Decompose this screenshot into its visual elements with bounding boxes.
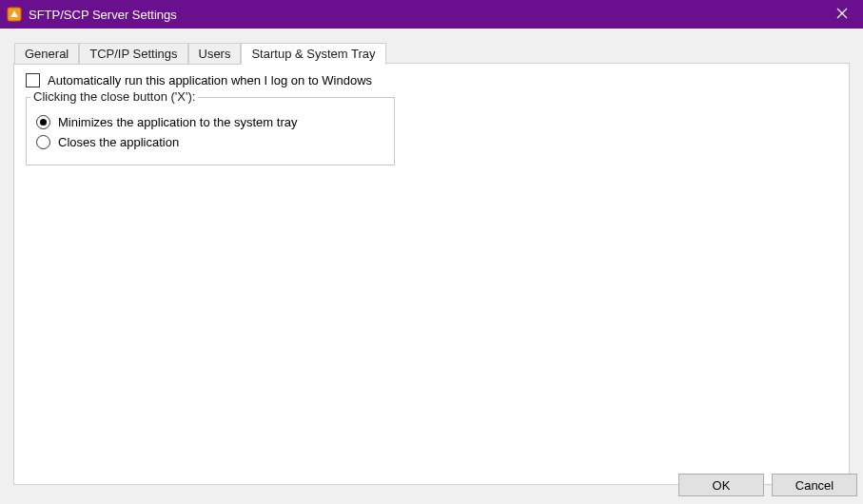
dialog-footer: OK Cancel	[678, 466, 863, 504]
tab-label: Users	[199, 47, 231, 61]
content-area: General TCP/IP Settings Users Startup & …	[0, 29, 863, 504]
ok-button[interactable]: OK	[678, 474, 764, 496]
autorun-label: Automatically run this application when …	[48, 73, 372, 87]
button-label: OK	[713, 478, 731, 493]
close-icon	[836, 8, 848, 22]
app-icon	[6, 6, 23, 23]
close-behavior-group: Clicking the close button ('X'): Minimiz…	[26, 97, 395, 165]
radio-close-label: Closes the application	[58, 135, 179, 149]
radio-minimize-row[interactable]: Minimizes the application to the system …	[36, 115, 384, 129]
titlebar: SFTP/SCP Server Settings	[0, 0, 863, 29]
tab-label: TCP/IP Settings	[89, 47, 177, 61]
tab-tcpip[interactable]: TCP/IP Settings	[79, 43, 187, 65]
radio-dot-icon	[40, 119, 47, 126]
tab-users[interactable]: Users	[188, 43, 242, 65]
tab-general[interactable]: General	[14, 43, 79, 65]
tab-label: Startup & System Tray	[251, 47, 375, 61]
radio-minimize-label: Minimizes the application to the system …	[58, 115, 297, 129]
tab-label: General	[25, 47, 69, 61]
window-title: SFTP/SCP Server Settings	[29, 8, 177, 22]
autorun-checkbox[interactable]	[26, 73, 40, 87]
cancel-button[interactable]: Cancel	[772, 474, 857, 496]
tab-strip: General TCP/IP Settings Users Startup & …	[14, 43, 386, 65]
radio-close-row[interactable]: Closes the application	[36, 135, 384, 149]
button-label: Cancel	[795, 478, 834, 493]
radio-close[interactable]	[36, 135, 50, 149]
autorun-row[interactable]: Automatically run this application when …	[26, 73, 837, 87]
tab-startup[interactable]: Startup & System Tray	[241, 43, 385, 65]
radio-minimize[interactable]	[36, 115, 50, 129]
tab-body: Automatically run this application when …	[14, 64, 849, 175]
groupbox-legend: Clicking the close button ('X'):	[30, 89, 198, 104]
window-close-button[interactable]	[820, 0, 863, 29]
tab-panel: General TCP/IP Settings Users Startup & …	[13, 63, 850, 485]
